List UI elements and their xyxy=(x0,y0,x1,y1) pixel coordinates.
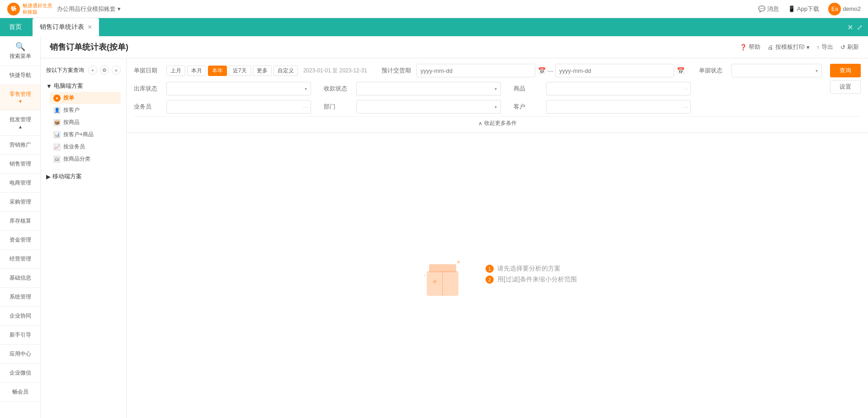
sidebar-item-basic[interactable]: 基础信息 xyxy=(0,269,40,288)
tab-bar-right: ✕ ⤢ xyxy=(847,23,868,32)
panel-section-mobile: ▶ 移动端方案 xyxy=(41,168,126,185)
order-status-arrow: ▾ xyxy=(816,68,818,73)
scheme-item-by-goods[interactable]: 📦 按商品 xyxy=(50,116,121,128)
tab-close-icon[interactable]: × xyxy=(88,23,92,31)
svg-point-3 xyxy=(457,261,460,263)
query-button[interactable]: 查询 xyxy=(830,64,861,77)
page-actions: ❓ 帮助 🖨 按模板打印 ▾ ↑ 导出 ↺ 刷新 xyxy=(740,43,859,51)
sidebar-item-search[interactable]: 🔍 搜索菜单 xyxy=(0,36,40,66)
svg-text:✦: ✦ xyxy=(431,277,438,286)
date-buttons: 上月 本月 本年 近7天 更多 自定义 xyxy=(166,66,298,76)
scheme-item-by-customer[interactable]: 👤 按客户 xyxy=(50,104,121,116)
print-button[interactable]: 🖨 按模板打印 ▾ xyxy=(768,43,810,51)
sidebar-item-newbie[interactable]: 新手引导 xyxy=(0,326,40,345)
scheme-item-by-category[interactable]: 🗂 按商品分类 xyxy=(50,153,121,165)
help-button[interactable]: ❓ 帮助 xyxy=(740,43,760,51)
customer-input-wrap: ··· xyxy=(546,100,691,114)
sidebar-item-ecommerce[interactable]: 电商管理 xyxy=(0,174,40,193)
goods-input[interactable] xyxy=(546,82,691,95)
sidebar-item-sales[interactable]: 销售管理 xyxy=(0,155,40,174)
print-icon: 🖨 xyxy=(768,44,774,51)
date-btn-more[interactable]: 更多 xyxy=(253,66,272,76)
pay-status-dropdown[interactable]: ▾ xyxy=(356,82,501,95)
salesperson-label: 业务员 xyxy=(134,103,161,111)
mobile-section-title[interactable]: ▶ 移动端方案 xyxy=(46,171,121,182)
date-btn-custom[interactable]: 自定义 xyxy=(274,66,298,76)
customer-more-icon[interactable]: ··· xyxy=(683,103,688,110)
scheme-item-by-order[interactable]: ● 按单 xyxy=(50,92,121,104)
sidebar-item-wholesale[interactable]: 批发管理 ▴ xyxy=(0,110,40,136)
main-layout: 🔍 搜索菜单 快捷导航 零售管理 ▾ 批发管理 ▴ 营销推广 销售管理 电商管理… xyxy=(0,36,868,418)
scheme-item-by-salesperson[interactable]: 📈 按业务员 xyxy=(50,141,121,153)
search-icon: 🔍 xyxy=(4,42,37,52)
sidebar-item-enterprise[interactable]: 企业协同 xyxy=(0,307,40,326)
page-title: 销售订单统计表(按单) xyxy=(50,42,128,52)
avatar: Ea xyxy=(828,3,841,15)
logo-area: 畅 畅捷通好生意 标账版 xyxy=(7,3,52,15)
inner-layout: 按以下方案查询 + ⚙ « ▼ 电脑端方案 ● 按单 xyxy=(41,58,868,418)
refresh-button[interactable]: ↺ 刷新 xyxy=(840,43,859,51)
sidebar-item-vip[interactable]: 畅会员 xyxy=(0,383,40,402)
app-download-button[interactable]: 📱 App下载 xyxy=(788,5,819,13)
sidebar-item-operations[interactable]: 经营管理 xyxy=(0,250,40,269)
user-menu[interactable]: Ea demo2 xyxy=(828,3,861,15)
sidebar-item-wechat[interactable]: 企业微信 xyxy=(0,364,40,383)
sidebar-item-inventory[interactable]: 库存核算 xyxy=(0,212,40,231)
empty-state: ✦ 1 请先选择要分析的方案 2 用[过滤]条件来缩小分析范围 xyxy=(127,133,868,418)
scheme-item-by-customer-goods[interactable]: 📊 按客户+商品 xyxy=(50,128,121,141)
pay-status-label: 收款状态 xyxy=(324,85,351,93)
date-btn-this-month[interactable]: 本月 xyxy=(187,66,206,76)
empty-text: 1 请先选择要分析的方案 2 用[过滤]条件来缩小分析范围 xyxy=(486,265,577,286)
desktop-section-title[interactable]: ▼ 电脑端方案 xyxy=(46,80,121,92)
sidebar-item-purchase[interactable]: 采购管理 xyxy=(0,193,40,212)
right-panel: 单据日期 上月 本月 本年 近7天 更多 自定义 2023-01-01 至 20… xyxy=(127,58,868,418)
sidebar-item-retail[interactable]: 零售管理 ▾ xyxy=(0,85,40,110)
message-button[interactable]: 💬 消息 xyxy=(758,5,779,13)
chevron-up-icon: ▴ xyxy=(19,124,22,130)
ship-status-label: 出库状态 xyxy=(134,85,161,93)
filter-area: 单据日期 上月 本月 本年 近7天 更多 自定义 2023-01-01 至 20… xyxy=(127,58,868,133)
top-bar-left: 畅 畅捷通好生意 标账版 办公用品行业模拟账套 ▾ xyxy=(7,3,121,15)
customer-input[interactable] xyxy=(546,100,691,114)
salesperson-input-wrap: ··· xyxy=(166,100,311,114)
sidebar-item-marketing[interactable]: 营销推广 xyxy=(0,136,40,155)
app-selector[interactable]: 办公用品行业模拟账套 ▾ xyxy=(57,5,121,13)
scheme-icon-salesperson: 📈 xyxy=(53,143,61,151)
filter-row-3: 业务员 ··· 部门 ▾ 客户 xyxy=(134,100,822,114)
ship-status-dropdown[interactable]: ▾ xyxy=(166,82,311,95)
sidebar-item-quicknav[interactable]: 快捷导航 xyxy=(0,66,40,85)
dept-dropdown[interactable]: ▾ xyxy=(356,100,501,114)
calendar-to-icon[interactable]: 📅 xyxy=(677,67,684,74)
settings-scheme-button[interactable]: ⚙ xyxy=(100,66,109,75)
date-btn-last-month[interactable]: 上月 xyxy=(166,66,185,76)
expected-date-to-input[interactable] xyxy=(555,64,674,77)
content-area: 销售订单统计表(按单) ❓ 帮助 🖨 按模板打印 ▾ ↑ 导出 ↺ 刷新 xyxy=(41,36,868,418)
filter-row-2: 出库状态 ▾ 收款状态 ▾ 商品 xyxy=(134,82,822,95)
date-btn-last-7-days[interactable]: 近7天 xyxy=(229,66,251,76)
date-label: 单据日期 xyxy=(134,66,161,75)
add-scheme-button[interactable]: + xyxy=(88,66,97,75)
tab-home[interactable]: 首页 xyxy=(0,18,31,36)
order-status-dropdown[interactable]: ▾ xyxy=(731,64,822,77)
salesperson-more-icon[interactable]: ··· xyxy=(303,103,308,110)
sidebar-item-appstore[interactable]: 应用中心 xyxy=(0,345,40,364)
refresh-icon: ↺ xyxy=(840,44,845,51)
sidebar-item-system[interactable]: 系统管理 xyxy=(0,288,40,307)
settings-button[interactable]: 设置 xyxy=(830,80,861,94)
date-btn-this-year[interactable]: 本年 xyxy=(208,66,227,76)
calendar-from-icon[interactable]: 📅 xyxy=(538,67,546,74)
panel-header: 按以下方案查询 + ⚙ « xyxy=(41,63,126,77)
goods-more-icon[interactable]: ··· xyxy=(683,85,688,92)
window-close-icon[interactable]: ✕ xyxy=(847,23,853,32)
collapse-icon: ∧ xyxy=(478,120,482,127)
sidebar-item-finance[interactable]: 资金管理 xyxy=(0,231,40,250)
empty-num-1: 1 xyxy=(486,265,494,273)
collapse-panel-button[interactable]: « xyxy=(112,66,121,75)
help-icon: ❓ xyxy=(740,44,747,51)
collapse-button[interactable]: ∧ 收起更多条件 xyxy=(134,116,861,127)
salesperson-input[interactable] xyxy=(166,100,311,114)
window-maximize-icon[interactable]: ⤢ xyxy=(857,23,863,32)
tab-sales-order-stats[interactable]: 销售订单统计表 × xyxy=(33,18,99,36)
export-button[interactable]: ↑ 导出 xyxy=(817,43,834,51)
expected-date-from-input[interactable] xyxy=(416,64,535,77)
